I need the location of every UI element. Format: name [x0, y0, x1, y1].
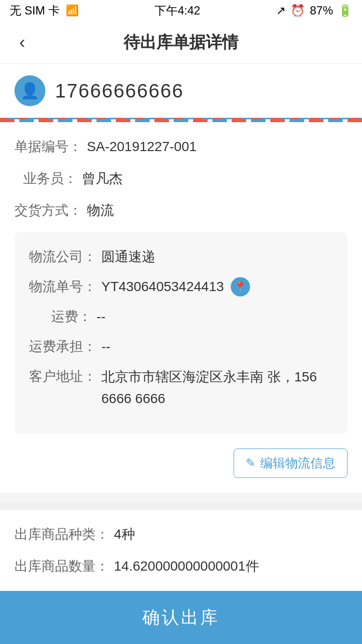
- doc-number-value: SA-20191227-001: [87, 137, 348, 157]
- location-track-button[interactable]: 📍: [231, 277, 250, 296]
- sales-person-label: 业务员：: [14, 168, 82, 189]
- address-label: 客户地址：: [29, 366, 101, 387]
- confirm-button-label: 确认出库: [142, 606, 220, 630]
- location-status-icon: ↗: [276, 4, 286, 17]
- freight-row: 运费： --: [29, 307, 333, 327]
- page-title: 待出库单据详情: [124, 31, 238, 54]
- tracking-number-row: 物流单号： YT43064053424413 📍: [29, 277, 333, 297]
- doc-number-label: 单据编号：: [14, 137, 87, 157]
- product-quantity-label: 出库商品数量：: [14, 556, 114, 576]
- wifi-icon: 📶: [66, 4, 79, 17]
- customer-header: 👤 17666666666: [0, 64, 362, 119]
- status-left: 无 SIM 卡 📶: [10, 3, 79, 18]
- freight-bearer-label: 运费承担：: [29, 336, 101, 357]
- tracking-number-text: YT43064053424413: [101, 277, 224, 297]
- back-button[interactable]: ‹: [14, 28, 30, 57]
- product-types-value: 4种: [114, 524, 348, 545]
- edit-icon: ✎: [246, 456, 255, 470]
- edit-logistics-button[interactable]: ✎ 编辑物流信息: [234, 448, 348, 478]
- delivery-method-row: 交货方式： 物流: [14, 200, 348, 221]
- tracking-value: YT43064053424413 📍: [101, 277, 250, 297]
- edit-logistics-container: ✎ 编辑物流信息: [14, 444, 348, 478]
- address-row: 客户地址： 北京市市辖区海淀区永丰南 张，156 6666 6666: [29, 366, 333, 410]
- delivery-method-value: 物流: [87, 200, 348, 221]
- logistics-card: 物流公司： 圆通速递 物流单号： YT43064053424413 📍 运费： …: [14, 232, 348, 434]
- status-time: 下午4:42: [154, 3, 200, 18]
- sales-person-value: 曾凡杰: [82, 168, 348, 189]
- document-info-section: 单据编号： SA-20191227-001 业务员： 曾凡杰 交货方式： 物流 …: [0, 122, 362, 492]
- logistics-company-label: 物流公司：: [29, 247, 101, 267]
- battery-icon: 🔋: [338, 4, 352, 17]
- nav-bar: ‹ 待出库单据详情: [0, 21, 362, 64]
- address-value: 北京市市辖区海淀区永丰南 张，156 6666 6666: [101, 366, 333, 410]
- confirm-bar[interactable]: 确认出库: [0, 591, 362, 644]
- product-types-label: 出库商品种类：: [14, 524, 114, 545]
- alarm-icon: ⏰: [291, 4, 305, 17]
- carrier-label: 无 SIM 卡: [10, 3, 60, 18]
- status-right: ↗ ⏰ 87% 🔋: [276, 4, 352, 17]
- freight-value: --: [97, 307, 333, 327]
- delivery-method-label: 交货方式：: [14, 200, 87, 221]
- main-content: 👤 17666666666 单据编号： SA-20191227-001 业务员：…: [0, 64, 362, 644]
- avatar-icon: 👤: [20, 82, 40, 100]
- customer-phone: 17666666666: [55, 80, 184, 102]
- freight-bearer-value: --: [101, 336, 333, 357]
- product-types-row: 出库商品种类： 4种: [14, 524, 348, 545]
- freight-label: 运费：: [29, 307, 97, 327]
- product-quantity-value: 14.620000000000001件: [114, 556, 348, 576]
- freight-bearer-row: 运费承担： --: [29, 336, 333, 357]
- edit-logistics-label: 编辑物流信息: [260, 455, 335, 472]
- doc-number-row: 单据编号： SA-20191227-001: [14, 137, 348, 157]
- product-quantity-row: 出库商品数量： 14.620000000000001件: [14, 556, 348, 576]
- status-bar: 无 SIM 卡 📶 下午4:42 ↗ ⏰ 87% 🔋: [0, 0, 362, 21]
- logistics-company-row: 物流公司： 圆通速递: [29, 247, 333, 267]
- logistics-company-value: 圆通速递: [101, 247, 333, 267]
- tracking-number-label: 物流单号：: [29, 277, 101, 297]
- battery-label: 87%: [310, 4, 333, 17]
- section-divider: [0, 502, 362, 510]
- sales-person-row: 业务员： 曾凡杰: [14, 168, 348, 189]
- avatar: 👤: [14, 75, 45, 106]
